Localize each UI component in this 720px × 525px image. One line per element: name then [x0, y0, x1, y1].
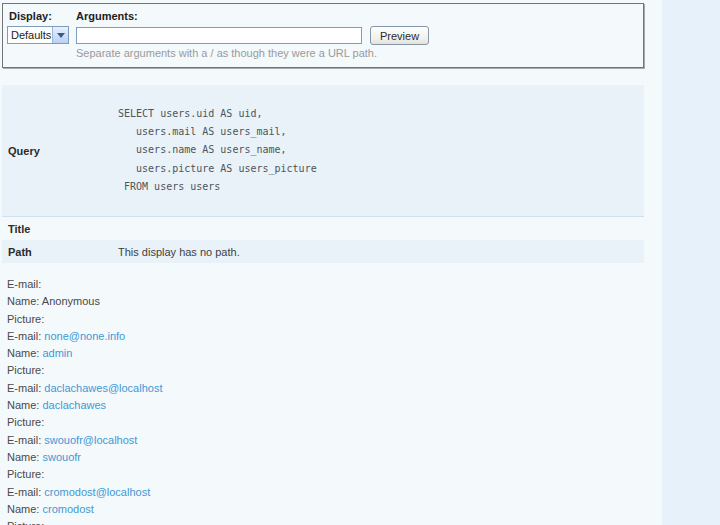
- path-label: Path: [2, 246, 118, 258]
- field-name: Name: cromodost: [7, 501, 637, 518]
- name-value: Anonymous: [42, 295, 100, 307]
- arguments-hint: Separate arguments with a / as though th…: [76, 47, 377, 59]
- picture-label: Picture:: [7, 468, 44, 480]
- email-label: E-mail:: [7, 486, 44, 498]
- picture-label: Picture:: [7, 313, 44, 325]
- arguments-input[interactable]: [76, 27, 362, 44]
- email-link[interactable]: swouofr@localhost: [44, 434, 137, 446]
- name-link[interactable]: daclachawes: [42, 399, 106, 411]
- arguments-label: Arguments:: [76, 10, 138, 22]
- email-link[interactable]: cromodost@localhost: [44, 486, 150, 498]
- field-email: E-mail: swouofr@localhost: [7, 432, 637, 449]
- field-name: Name: daclachawes: [7, 397, 637, 414]
- field-email: E-mail: cromodost@localhost: [7, 484, 637, 501]
- field-name: Name: swouofr: [7, 449, 637, 466]
- title-label: Title: [2, 223, 118, 235]
- query-label: Query: [2, 145, 118, 157]
- field-email: E-mail:: [7, 276, 637, 293]
- picture-label: Picture:: [7, 416, 44, 428]
- name-label: Name:: [7, 451, 42, 463]
- query-sql: SELECT users.uid AS uid, users.mail AS u…: [118, 105, 644, 196]
- email-label: E-mail:: [7, 278, 41, 290]
- content-area: Display: Arguments: Defaults Preview Sep…: [0, 0, 662, 525]
- title-row: Title: [2, 216, 644, 240]
- picture-label: Picture:: [7, 364, 44, 376]
- field-picture: Picture:: [7, 311, 637, 328]
- name-label: Name:: [7, 295, 42, 307]
- preview-fieldset: Display: Arguments: Defaults Preview Sep…: [2, 3, 644, 68]
- preview-button[interactable]: Preview: [370, 26, 429, 45]
- display-select[interactable]: Defaults: [7, 26, 69, 44]
- page-background-strip: [662, 0, 720, 525]
- chevron-down-icon: [52, 27, 68, 43]
- email-link[interactable]: none@none.info: [44, 330, 125, 342]
- field-email: E-mail: none@none.info: [7, 328, 637, 345]
- display-label: Display:: [9, 10, 52, 22]
- name-label: Name:: [7, 399, 42, 411]
- field-email: E-mail: daclachawes@localhost: [7, 380, 637, 397]
- path-row: Path This display has no path.: [2, 240, 644, 263]
- field-picture: Picture:: [7, 362, 637, 379]
- title-value: [118, 223, 644, 235]
- email-label: E-mail:: [7, 434, 44, 446]
- name-label: Name:: [7, 347, 42, 359]
- name-link[interactable]: admin: [42, 347, 72, 359]
- field-picture: Picture:: [7, 518, 637, 525]
- query-row: Query SELECT users.uid AS uid, users.mai…: [2, 85, 644, 216]
- display-select-value: Defaults: [11, 29, 51, 41]
- name-label: Name:: [7, 503, 42, 515]
- field-name: Name: Anonymous: [7, 293, 637, 310]
- name-link[interactable]: cromodost: [42, 503, 93, 515]
- path-value: This display has no path.: [118, 246, 644, 258]
- results-list: E-mail: Name: AnonymousPicture: E-mail: …: [7, 276, 637, 525]
- field-picture: Picture:: [7, 466, 637, 483]
- email-label: E-mail:: [7, 330, 44, 342]
- field-name: Name: admin: [7, 345, 637, 362]
- email-link[interactable]: daclachawes@localhost: [44, 382, 162, 394]
- email-label: E-mail:: [7, 382, 44, 394]
- field-picture: Picture:: [7, 414, 637, 431]
- name-link[interactable]: swouofr: [42, 451, 81, 463]
- picture-label: Picture:: [7, 520, 44, 525]
- info-table: Query SELECT users.uid AS uid, users.mai…: [2, 85, 644, 263]
